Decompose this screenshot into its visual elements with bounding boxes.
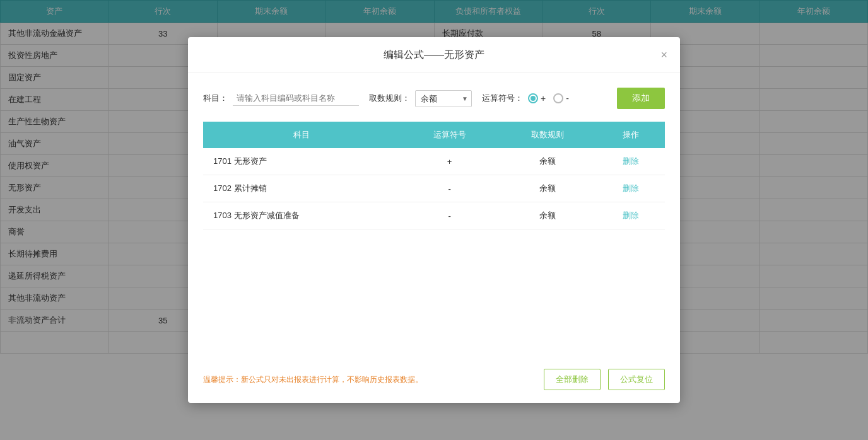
table-header-rule: 取数规则: [499, 122, 597, 148]
operator-minus-radio[interactable]: -: [553, 93, 569, 103]
table-header-operator: 运算符号: [401, 122, 499, 148]
row1-rule: 余额: [499, 148, 597, 175]
add-button[interactable]: 添加: [617, 88, 665, 109]
table-row: 1703 无形资产减值准备 - 余额 删除: [203, 202, 665, 229]
operator-group: 运算符号： + -: [482, 93, 569, 104]
rule-label: 取数规则：: [369, 93, 410, 104]
footer-tip: 温馨提示：新公式只对未出报表进行计算，不影响历史报表数据。: [203, 374, 423, 385]
page-container: 资产 行次 期末余额 年初余额 负债和所有者权益 行次 期末余额 年初余额 其他…: [0, 0, 868, 440]
radio-unchecked-icon: [553, 93, 563, 103]
operator-radio-group: + -: [528, 93, 569, 103]
modal-header: 编辑公式——无形资产 ×: [188, 37, 680, 72]
modal-close-button[interactable]: ×: [658, 47, 670, 63]
row2-subject: 1702 累计摊销: [203, 175, 401, 202]
footer-actions: 全部删除 公式复位: [544, 369, 665, 390]
radio-checked-icon: [528, 93, 538, 103]
rule-group: 取数规则： 余额 借方 贷方 ▼: [369, 90, 472, 107]
delete-button-2[interactable]: 删除: [623, 183, 639, 194]
row2-action: 删除: [597, 175, 665, 202]
table-row: 1702 累计摊销 - 余额 删除: [203, 175, 665, 202]
row2-operator: -: [401, 175, 499, 202]
operator-minus-label: -: [566, 93, 569, 103]
table-header-action: 操作: [597, 122, 665, 148]
row1-subject: 1701 无形资产: [203, 148, 401, 175]
row2-rule: 余额: [499, 175, 597, 202]
modal-title: 编辑公式——无形资产: [384, 49, 484, 62]
modal-footer: 温馨提示：新公式只对未出报表进行计算，不影响历史报表数据。 全部删除 公式复位: [188, 359, 680, 403]
table-header-subject: 科目: [203, 122, 401, 148]
row1-operator: +: [401, 148, 499, 175]
rule-select[interactable]: 余额 借方 贷方: [415, 90, 472, 107]
rule-select-wrapper: 余额 借方 贷方 ▼: [415, 90, 472, 107]
modal-dialog: 编辑公式——无形资产 × 科目： 取数规则： 余额: [188, 37, 680, 403]
subject-group: 科目：: [203, 91, 359, 106]
delete-button-1[interactable]: 删除: [623, 156, 639, 167]
operator-plus-label: +: [541, 93, 546, 103]
delete-all-button[interactable]: 全部删除: [544, 369, 601, 390]
formula-table: 科目 运算符号 取数规则 操作 1701 无形资产 + 余额 删除: [203, 122, 665, 229]
subject-input[interactable]: [233, 91, 359, 106]
modal-body: 科目： 取数规则： 余额 借方 贷方 ▼: [188, 72, 680, 359]
operator-plus-radio[interactable]: +: [528, 93, 546, 103]
reset-formula-button[interactable]: 公式复位: [608, 369, 665, 390]
table-row: 1701 无形资产 + 余额 删除: [203, 148, 665, 175]
row3-action: 删除: [597, 202, 665, 229]
form-row: 科目： 取数规则： 余额 借方 贷方 ▼: [203, 88, 665, 109]
row1-action: 删除: [597, 148, 665, 175]
row3-operator: -: [401, 202, 499, 229]
row3-subject: 1703 无形资产减值准备: [203, 202, 401, 229]
subject-label: 科目：: [203, 93, 228, 104]
delete-button-3[interactable]: 删除: [623, 210, 639, 221]
operator-label: 运算符号：: [482, 93, 523, 104]
row3-rule: 余额: [499, 202, 597, 229]
modal-overlay: 编辑公式——无形资产 × 科目： 取数规则： 余额: [0, 0, 868, 440]
